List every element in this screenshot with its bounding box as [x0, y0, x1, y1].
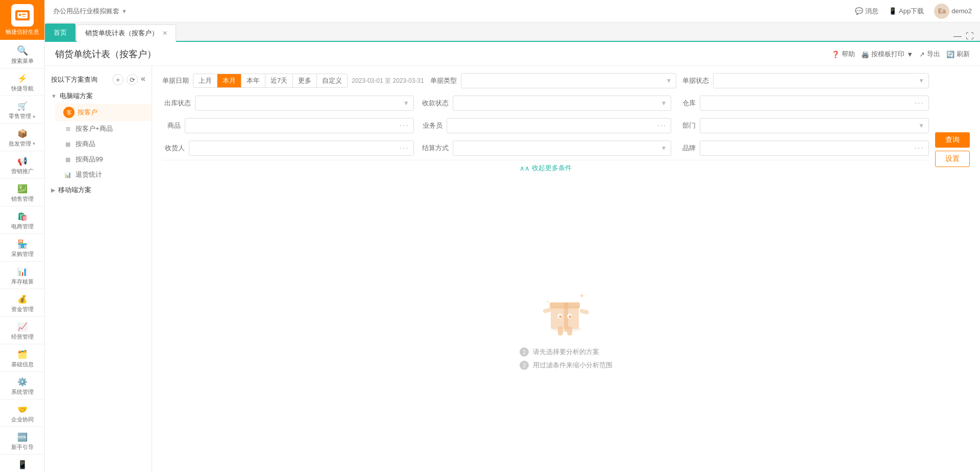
- tab-minimize-btn[interactable]: —: [953, 32, 962, 41]
- product-dots: ···: [399, 121, 409, 130]
- sidebar-item-retail[interactable]: 🛒 零售管理: [0, 96, 44, 124]
- department-select[interactable]: ▼: [700, 118, 929, 133]
- scheme-by-product[interactable]: ▦ 按商品: [55, 136, 152, 152]
- order-status-select[interactable]: ▼: [713, 73, 929, 88]
- refresh-scheme-btn[interactable]: ⟳: [127, 74, 138, 85]
- brand-select[interactable]: ···: [700, 140, 929, 156]
- scheme-return-stat[interactable]: 📊 退货统计: [55, 167, 152, 182]
- svg-text:✦: ✦: [579, 292, 585, 300]
- desktop-section-header[interactable]: ▼ 电脑端方案: [45, 88, 152, 104]
- sidebar-logo[interactable]: 畅捷信好生意: [0, 0, 44, 40]
- username: demo2: [951, 7, 972, 15]
- recipient-select[interactable]: ···: [189, 140, 414, 156]
- wholesale-label: 批发管理: [9, 140, 36, 148]
- tab-close-icon[interactable]: ✕: [162, 30, 167, 37]
- receipt-status-arrow: ▼: [660, 100, 667, 107]
- user-profile-btn[interactable]: Ea demo2: [934, 4, 972, 19]
- svg-rect-3: [22, 14, 26, 15]
- system-icon: ⚙️: [17, 377, 28, 387]
- tab-sales-stat[interactable]: 销货单统计表（按客户） ✕: [77, 25, 176, 42]
- sidebar-item-new-user[interactable]: 🆕 新手引导: [0, 427, 44, 455]
- sidebar-item-purchase[interactable]: 🏪 采购管理: [0, 234, 44, 262]
- template-print-btn[interactable]: 🖨️ 按模板打印 ▼: [861, 50, 913, 59]
- date-this-month-btn[interactable]: 本月: [217, 74, 241, 87]
- topbar-title[interactable]: 办公用品行业模拟账套 ▼: [53, 7, 127, 16]
- avatar: Ea: [934, 4, 949, 19]
- panel-title: 按以下方案查询: [51, 75, 97, 84]
- warehouse-label: 仓库: [677, 99, 696, 108]
- inventory-label: 库存核算: [11, 278, 34, 286]
- page-title: 销货单统计表（按客户）: [55, 48, 156, 60]
- sidebar-item-quick-nav[interactable]: ⚡ 快捷导航: [0, 68, 44, 96]
- sidebar-item-enterprise[interactable]: 🤝 企业协同: [0, 399, 44, 427]
- desktop-expand-icon: ▼: [51, 93, 57, 99]
- product-select[interactable]: ···: [185, 118, 414, 133]
- print-arrow-icon: ▼: [906, 51, 913, 58]
- tab-maximize-btn[interactable]: ⛶: [966, 32, 974, 41]
- add-scheme-btn[interactable]: +: [112, 74, 124, 85]
- sidebar-item-marketing[interactable]: 📢 营销推广: [0, 151, 44, 179]
- refresh-btn[interactable]: 🔄 刷新: [946, 50, 970, 59]
- marketing-label: 营销推广: [11, 168, 34, 175]
- collapse-bar[interactable]: ∧∧ 收起更多条件: [162, 160, 929, 176]
- mobile-tree-node: ▶ 移动端方案: [45, 182, 152, 198]
- receipt-status-select[interactable]: ▼: [453, 96, 672, 111]
- export-btn[interactable]: ↗ 导出: [919, 50, 940, 59]
- system-label: 系统管理: [11, 388, 34, 396]
- sidebar-item-ecommerce[interactable]: 🛍️ 电商管理: [0, 206, 44, 234]
- scheme-by-product-99[interactable]: ▦ 按商品99: [55, 152, 152, 167]
- svg-point-12: [569, 316, 572, 318]
- by-product-label: 按商品: [76, 139, 95, 149]
- panel-collapse-btn[interactable]: «: [141, 74, 145, 85]
- scheme-by-customer[interactable]: 客 按客户: [55, 104, 152, 121]
- sidebar-item-system[interactable]: ⚙️ 系统管理: [0, 372, 44, 399]
- return-stat-icon: 📊: [63, 170, 72, 179]
- by-customer-product-icon: ⊞: [63, 124, 72, 133]
- salesperson-select[interactable]: ···: [447, 118, 672, 133]
- by-customer-label: 按客户: [78, 108, 97, 117]
- topbar: 办公用品行业模拟账套 ▼ 💬 消息 📱 App下载 Ea demo2: [45, 0, 980, 22]
- date-range-text: 2023-03-01 至 2023-03-31: [352, 77, 424, 85]
- help-btn[interactable]: ❓ 帮助: [831, 50, 855, 59]
- mobile-section-header[interactable]: ▶ 移动端方案: [45, 182, 152, 198]
- logo-icon: [11, 4, 34, 27]
- warehouse-select[interactable]: ···: [700, 96, 929, 111]
- date-this-year-btn[interactable]: 本年: [241, 74, 265, 87]
- tab-home[interactable]: 首页: [45, 23, 76, 41]
- sidebar-search-item[interactable]: 🔍 搜索菜单: [0, 40, 44, 68]
- by-product-99-icon: ▦: [63, 155, 72, 164]
- scheme-by-customer-product[interactable]: ⊞ 按客户+商品: [55, 121, 152, 136]
- desktop-children: 客 按客户 ⊞ 按客户+商品 ▦ 按商品 ▦ 按: [45, 104, 152, 182]
- basic-info-icon: 🗂️: [17, 349, 28, 359]
- query-btn[interactable]: 查询: [935, 132, 970, 148]
- by-customer-product-label: 按客户+商品: [76, 124, 113, 133]
- sidebar-item-wholesale[interactable]: 📦 批发管理: [0, 124, 44, 151]
- tab-home-label: 首页: [54, 28, 67, 37]
- date-last-7-btn[interactable]: 近7天: [265, 74, 293, 87]
- topbar-dropdown-icon: ▼: [121, 8, 127, 14]
- sidebar-item-app-center[interactable]: 📱 应用中心: [0, 455, 44, 472]
- sidebar-item-sales[interactable]: 💹 销售管理: [0, 179, 44, 206]
- content-area: 按以下方案查询 + ⟳ « ▼ 电脑端方案: [45, 66, 980, 472]
- date-custom-btn[interactable]: 自定义: [317, 74, 347, 87]
- out-status-select[interactable]: ▼: [195, 96, 414, 111]
- messages-btn[interactable]: 💬 消息: [855, 7, 878, 16]
- sidebar-item-operations[interactable]: 📈 经营管理: [0, 317, 44, 344]
- collapse-up-icon: ∧∧: [520, 164, 530, 172]
- settlement-select[interactable]: ▼: [453, 140, 672, 156]
- settlement-label: 结算方式: [420, 144, 449, 153]
- mobile-section-label: 移动端方案: [58, 185, 91, 195]
- date-last-month-btn[interactable]: 上月: [193, 74, 217, 87]
- sidebar-item-inventory[interactable]: 📊 库存核算: [0, 262, 44, 289]
- order-type-select[interactable]: ▼: [461, 73, 677, 88]
- tab-actions: — ⛶: [953, 32, 980, 41]
- marketing-icon: 📢: [17, 156, 28, 166]
- settings-btn[interactable]: 设置: [935, 151, 970, 167]
- sidebar-item-basic-info[interactable]: 🗂️ 基础信息: [0, 344, 44, 372]
- finance-label: 资金管理: [11, 305, 34, 313]
- date-more-btn[interactable]: 更多: [293, 74, 317, 87]
- export-label: 导出: [927, 50, 940, 59]
- sidebar-item-finance[interactable]: 💰 资金管理: [0, 289, 44, 317]
- finance-icon: 💰: [17, 294, 28, 304]
- app-download-btn[interactable]: 📱 App下载: [889, 7, 924, 16]
